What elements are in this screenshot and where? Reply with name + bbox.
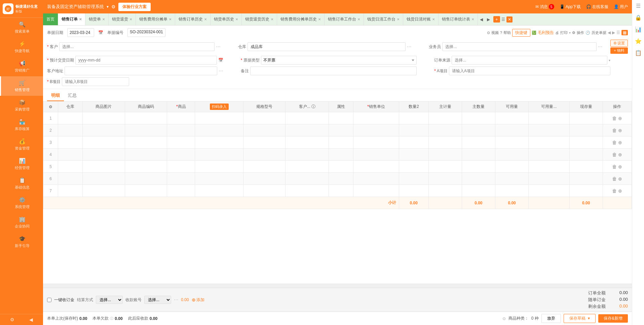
row-2-warehouse[interactable]: [58, 124, 83, 136]
row-6-warehouse[interactable]: [58, 173, 83, 185]
solution-button[interactable]: 体验行业方案: [118, 3, 151, 11]
sidebar-settings-btn[interactable]: ⚙: [10, 317, 14, 322]
row-4-product[interactable]: [167, 149, 195, 161]
row-1-spec[interactable]: [243, 112, 286, 124]
tab-add-btn[interactable]: +: [493, 16, 500, 23]
warehouse-dots[interactable]: ···: [407, 44, 411, 50]
add-material-btn[interactable]: + 物料: [610, 47, 628, 54]
sidebar-item-purchase[interactable]: 📦 采购管理: [0, 96, 43, 115]
online-service-btn[interactable]: 🎧 在线客服: [586, 4, 608, 10]
row-2-main-qty[interactable]: [462, 124, 495, 136]
row-1-main-qty[interactable]: [462, 112, 495, 124]
tab-sales-return-history[interactable]: 销货单历史 ✕: [211, 13, 242, 25]
row-7-product[interactable]: [167, 185, 195, 197]
tab-sales-fee-history[interactable]: 销售费用分摊单历史 ✕: [277, 13, 325, 25]
row-5-unit[interactable]: [353, 161, 399, 173]
row-1-copy-btn[interactable]: ⊕: [618, 116, 622, 121]
row-1-product[interactable]: [167, 112, 195, 124]
sidebar-item-enterprise[interactable]: 🏢 企业协同: [0, 213, 43, 232]
row-3-product[interactable]: [167, 136, 195, 149]
tab-close-cash-daily-workbench[interactable]: ✕: [397, 17, 400, 21]
row-7-warehouse[interactable]: [58, 185, 83, 197]
row-6-attr[interactable]: [329, 173, 353, 185]
row-3-delete-btn[interactable]: 🗑: [612, 140, 617, 145]
row-7-unit[interactable]: [353, 185, 399, 197]
one-click-checkbox[interactable]: [47, 298, 51, 302]
sidebar-item-system[interactable]: ⚙️ 系统管理: [0, 193, 43, 213]
row-1-code[interactable]: [125, 112, 167, 124]
row-2-code[interactable]: [125, 124, 167, 136]
tab-cash-daily-workbench[interactable]: 钱货日清工作台 ✕: [364, 13, 403, 25]
layout-grid-btn[interactable]: ▦: [621, 30, 628, 35]
row-2-unit[interactable]: [353, 124, 399, 136]
sidebar-item-operations[interactable]: 📊 经营管理: [0, 154, 43, 174]
customer-input[interactable]: [59, 42, 215, 51]
sidebar-item-quick-nav[interactable]: ⚡ 快捷导航: [0, 37, 43, 57]
row-prev-btn[interactable]: ◀: [608, 30, 611, 35]
tab-detail[interactable]: 明细: [47, 90, 64, 101]
row-1-qty2[interactable]: [399, 112, 428, 124]
system-dropdown-btn[interactable]: ▾: [107, 4, 109, 9]
sidebar-item-sales[interactable]: 🛒 销售管理: [0, 76, 43, 96]
save-draft-dropdown[interactable]: ▾: [588, 316, 590, 321]
shortcut-btn[interactable]: 快捷键: [512, 29, 530, 37]
tab-close-sales-fee-history[interactable]: ✕: [318, 17, 321, 21]
tab-sales-fee-split[interactable]: 销售费用分摊单 ✕: [136, 13, 175, 25]
row-5-main-unit[interactable]: [428, 161, 462, 173]
row-6-cust-code[interactable]: [286, 173, 329, 185]
row-4-main-unit[interactable]: [428, 149, 462, 161]
help-btn[interactable]: 帮助: [503, 30, 511, 35]
row-4-delete-btn[interactable]: 🗑: [612, 152, 617, 157]
address-dots[interactable]: ···: [219, 68, 223, 74]
row-4-cust-code[interactable]: [286, 149, 329, 161]
message-btn[interactable]: ✉ 消息 5: [535, 4, 554, 10]
row-6-code[interactable]: [125, 173, 167, 185]
payment-method-select[interactable]: 选择...: [96, 296, 123, 304]
remark-input[interactable]: [250, 67, 417, 75]
row-2-spec[interactable]: [243, 124, 286, 136]
tab-close-sales-return-history[interactable]: ✕: [235, 17, 238, 21]
warehouse-input[interactable]: [248, 42, 406, 51]
col-settings-header[interactable]: ⚙: [43, 101, 58, 112]
tab-sales-order-history[interactable]: 销售订单历史 ✕: [175, 13, 211, 25]
row-3-main-unit[interactable]: [428, 136, 462, 149]
row-3-copy-btn[interactable]: ⊕: [618, 140, 622, 145]
row-7-attr[interactable]: [329, 185, 353, 197]
row-2-cust-code[interactable]: [286, 124, 329, 136]
row-next-btn[interactable]: ▶: [612, 30, 615, 35]
operations-btn[interactable]: 操作: [577, 30, 584, 35]
b-project-input[interactable]: [62, 77, 129, 86]
add-payment-btn[interactable]: ⊕ 添加: [192, 297, 204, 303]
staff-dots[interactable]: ···: [598, 44, 602, 50]
tab-close-sales-refund-history[interactable]: ✕: [271, 17, 273, 21]
row-7-code[interactable]: [125, 185, 167, 197]
right-panel-icon-5[interactable]: 📋: [635, 50, 642, 56]
row-3-attr[interactable]: [329, 136, 353, 149]
tab-cash-daily-reconcile[interactable]: 钱货日清对账 ✕: [403, 13, 439, 25]
row-5-main-qty[interactable]: [462, 161, 495, 173]
tab-sales-refund[interactable]: 销货退货 ✕: [109, 13, 136, 25]
row-6-product[interactable]: [167, 173, 195, 185]
sidebar-item-guide[interactable]: 🎓 新手引导: [0, 232, 43, 252]
discard-button[interactable]: 放弃: [541, 314, 561, 323]
tab-sales-order-summary[interactable]: 销售订单统计表 ✕: [439, 13, 478, 25]
tab-close-sales-refund[interactable]: ✕: [129, 17, 132, 21]
row-2-delete-btn[interactable]: 🗑: [612, 128, 617, 133]
row-2-attr[interactable]: [329, 124, 353, 136]
tab-prev-btn[interactable]: ◀: [478, 17, 485, 22]
row-1-delete-btn[interactable]: 🗑: [612, 116, 617, 121]
tab-close-sales-order-workbench[interactable]: ✕: [357, 17, 360, 21]
row-6-delete-btn[interactable]: 🗑: [612, 176, 617, 181]
sidebar-item-search[interactable]: 🔍 搜索菜单: [0, 18, 43, 37]
tab-sales-order-workbench[interactable]: 销售订单工作台 ✕: [325, 13, 364, 25]
profit-btn[interactable]: 毛利预告: [538, 30, 554, 36]
row-4-main-qty[interactable]: [462, 149, 495, 161]
row-3-warehouse[interactable]: [58, 136, 83, 149]
row-4-qty2[interactable]: [399, 149, 428, 161]
tab-close-sales-return[interactable]: ✕: [102, 17, 105, 21]
scan-btn[interactable]: 扫码录入: [210, 104, 229, 110]
row-6-spec[interactable]: [243, 173, 286, 185]
row-6-main-qty[interactable]: [462, 173, 495, 185]
tab-sales-refund-history[interactable]: 销货退货历史 ✕: [242, 13, 277, 25]
right-panel-icon-1[interactable]: ☰: [636, 3, 641, 9]
